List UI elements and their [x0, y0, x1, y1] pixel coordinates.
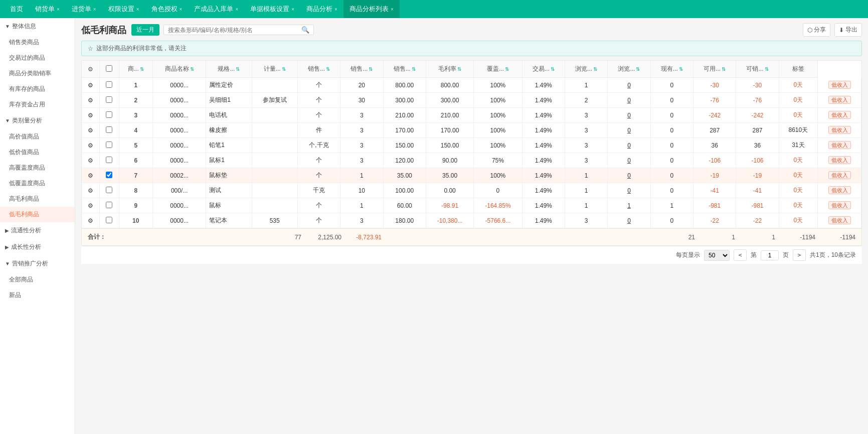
nav-home[interactable]: 首页	[4, 0, 29, 18]
col-name[interactable]: 商品名称⇅	[152, 61, 206, 78]
sidebar-item-low-value[interactable]: 低价值商品	[0, 144, 75, 160]
nav-permissions[interactable]: 权限设置 ×	[102, 0, 145, 18]
row-checkbox-5[interactable]	[106, 157, 112, 163]
sidebar-item-high-profit[interactable]: 高毛利商品	[0, 191, 75, 207]
col-settings[interactable]: ⚙	[82, 61, 99, 78]
row-checkbox-6[interactable]	[106, 172, 112, 178]
row-checkbox-8[interactable]	[106, 202, 112, 208]
sidebar-item-high-value[interactable]: 高价值商品	[0, 129, 75, 144]
row-checkbox-0[interactable]	[106, 81, 112, 88]
col-tag[interactable]: 标签	[779, 61, 817, 78]
nav-roles-close-icon[interactable]: ×	[180, 7, 183, 12]
row-browse1-4[interactable]: 0	[608, 138, 650, 153]
nav-roles[interactable]: 角色授权 ×	[145, 0, 189, 18]
col-code[interactable]: 商...⇅	[119, 61, 152, 78]
row-browse1-6[interactable]: 0	[608, 168, 650, 183]
sidebar-section-marketing[interactable]: ▼ 营销推广分析	[0, 255, 75, 272]
nav-permissions-close-icon[interactable]: ×	[136, 7, 139, 12]
export-button[interactable]: ⬇ 导出	[834, 23, 862, 37]
nav-product-analysis-close-icon[interactable]: ×	[334, 7, 337, 12]
row-name-0[interactable]: 属性定价	[206, 78, 252, 93]
row-browse1-7[interactable]: 0	[608, 183, 650, 198]
col-spec[interactable]: 规格...⇅	[206, 61, 252, 78]
sidebar-item-category-rate[interactable]: 商品分类助销率	[0, 66, 75, 81]
col-unit[interactable]: 计量...⇅	[252, 61, 297, 78]
row-name-1[interactable]: 吴细细1	[206, 93, 252, 108]
sidebar-item-stock-capital[interactable]: 库存资金占用	[0, 97, 75, 112]
col-browse1[interactable]: 浏览...⇅	[565, 61, 607, 78]
current-page-input[interactable]	[761, 250, 779, 260]
nav-sales-close-icon[interactable]: ×	[57, 7, 60, 12]
prev-page-button[interactable]: ＜	[734, 249, 747, 261]
row-browse1-5[interactable]: 0	[608, 153, 650, 168]
sidebar-item-traded-products[interactable]: 交易过的商品	[0, 50, 75, 66]
col-deal-count[interactable]: 交易...⇅	[522, 61, 565, 78]
col-sellable[interactable]: 可销...⇅	[736, 61, 779, 78]
sort-icon-name: ⇅	[190, 66, 194, 72]
nav-sales[interactable]: 销货单 ×	[29, 0, 66, 18]
nav-purchase-close-icon[interactable]: ×	[93, 7, 96, 12]
nav-product-entry-close-icon[interactable]: ×	[235, 7, 238, 12]
row-stock-4: 36	[693, 138, 736, 153]
col-available[interactable]: 可用...⇅	[693, 61, 736, 78]
row-browse1-0[interactable]: 0	[608, 78, 650, 93]
sidebar-item-high-coverage[interactable]: 高覆盖度商品	[0, 160, 75, 176]
row-coverage-6: 1.49%	[522, 168, 565, 183]
sidebar-section-overall[interactable]: ▼ 整体信息	[0, 18, 75, 35]
row-browse1-8[interactable]: 1	[608, 198, 650, 213]
sidebar-section-category[interactable]: ▼ 类别量分析	[0, 112, 75, 129]
share-button[interactable]: ⬡ 分享	[803, 23, 830, 37]
row-name-4[interactable]: 铅笔1	[206, 138, 252, 153]
row-coverage-1: 1.49%	[522, 93, 565, 108]
sidebar-item-new-products[interactable]: 新品	[0, 287, 75, 303]
row-name-5[interactable]: 鼠标1	[206, 153, 252, 168]
page-size-select[interactable]: 50 100 200	[704, 250, 730, 261]
row-name-9[interactable]: 笔记本	[206, 213, 252, 228]
nav-template-close-icon[interactable]: ×	[291, 7, 294, 12]
row-name-3[interactable]: 橡皮擦	[206, 123, 252, 138]
col-sales-price[interactable]: 销售...⇅	[340, 61, 383, 78]
row-name-7[interactable]: 测试	[206, 183, 252, 198]
row-sellable-7: 0天	[779, 183, 817, 198]
nav-purchase[interactable]: 进货单 ×	[66, 0, 102, 18]
row-browse1-1[interactable]: 0	[608, 93, 650, 108]
search-input[interactable]	[168, 27, 301, 34]
sidebar-section-growth[interactable]: ▶ 成长性分析	[0, 239, 75, 255]
row-checkbox-4[interactable]	[106, 141, 112, 148]
nav-template[interactable]: 单据模板设置 ×	[244, 0, 300, 18]
next-page-button[interactable]: ＞	[793, 249, 806, 261]
row-browse1-9[interactable]: 0	[608, 213, 650, 228]
nav-product-entry[interactable]: 产成品入库单 ×	[188, 0, 244, 18]
row-browse1-3[interactable]: 0	[608, 123, 650, 138]
sidebar-section-circulation[interactable]: ▶ 流通性分析	[0, 222, 75, 239]
sidebar-item-in-stock[interactable]: 有库存的商品	[0, 81, 75, 97]
nav-product-analysis[interactable]: 商品分析 ×	[300, 0, 343, 18]
row-browse1-2[interactable]: 0	[608, 108, 650, 123]
row-checkbox-3[interactable]	[106, 126, 112, 133]
row-name-6[interactable]: 鼠标垫	[206, 168, 252, 183]
col-checkbox[interactable]	[99, 61, 119, 78]
sidebar-item-all-products[interactable]: 全部商品	[0, 272, 75, 287]
row-unit-9: 个	[297, 213, 340, 228]
col-coverage[interactable]: 覆盖...⇅	[474, 61, 522, 78]
filter-recent-month-button[interactable]: 近一月	[131, 24, 159, 36]
nav-product-analysis-list[interactable]: 商品分析列表 ×	[343, 0, 400, 18]
search-icon[interactable]: 🔍	[301, 26, 309, 34]
sidebar-item-low-coverage[interactable]: 低覆盖度商品	[0, 176, 75, 191]
col-gross-margin[interactable]: 毛利率⇅	[426, 61, 473, 78]
col-sales-profit[interactable]: 销售...⇅	[383, 61, 426, 78]
row-checkbox-1[interactable]	[106, 96, 112, 103]
row-name-8[interactable]: 鼠标	[206, 198, 252, 213]
col-browse2[interactable]: 浏览...⇅	[608, 61, 650, 78]
row-settings-3: ⚙	[82, 123, 99, 138]
sidebar-item-low-profit[interactable]: 低毛利商品	[0, 207, 75, 222]
nav-product-analysis-list-close-icon[interactable]: ×	[391, 7, 394, 12]
select-all-checkbox[interactable]	[106, 65, 112, 72]
row-checkbox-9[interactable]	[106, 217, 112, 223]
col-sales-qty[interactable]: 销售...⇅	[297, 61, 340, 78]
row-name-2[interactable]: 电话机	[206, 108, 252, 123]
row-checkbox-7[interactable]	[106, 187, 112, 193]
sidebar-item-sales-products[interactable]: 销售类商品	[0, 35, 75, 50]
col-current-stock[interactable]: 现有...⇅	[650, 61, 693, 78]
row-checkbox-2[interactable]	[106, 111, 112, 118]
